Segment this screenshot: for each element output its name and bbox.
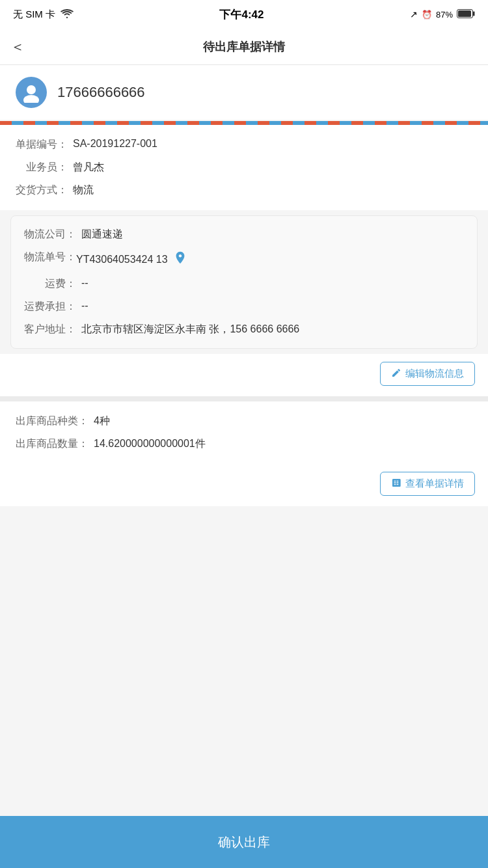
freight-value: -- (81, 277, 464, 289)
delivery-method-label: 交货方式： (16, 183, 68, 197)
doc-number-row: 单据编号： SA-20191227-001 (16, 138, 472, 152)
freight-bearer-label: 运费承担： (24, 300, 76, 314)
time: 下午4:42 (219, 7, 264, 22)
edit-action-row: 编辑物流信息 (0, 354, 488, 396)
edit-icon (391, 368, 401, 380)
doc-info-section: 单据编号： SA-20191227-001 业务员： 曾凡杰 交货方式： 物流 (0, 125, 488, 210)
page-title: 待出库单据详情 (203, 39, 285, 55)
product-types-row: 出库商品种类： 4种 (16, 414, 472, 428)
address-row: 客户地址： 北京市市辖区海淀区永丰南 张，156 6666 6666 (24, 323, 464, 336)
freight-bearer-row: 运费承担： -- (24, 300, 464, 314)
battery-text: 87% (436, 10, 453, 20)
user-phone: 17666666666 (57, 84, 145, 101)
confirm-btn-area[interactable]: 确认出库 (0, 816, 488, 868)
delivery-method-row: 交货方式： 物流 (16, 183, 472, 197)
address-label: 客户地址： (24, 323, 76, 336)
product-quantity-row: 出库商品数量： 14.620000000000001件 (16, 437, 472, 451)
svg-point-4 (23, 95, 39, 103)
svg-rect-1 (473, 11, 475, 16)
back-button[interactable]: ＜ (10, 37, 25, 57)
sales-person-value: 曾凡杰 (73, 161, 472, 174)
stats-section: 出库商品种类： 4种 出库商品数量： 14.620000000000001件 (0, 401, 488, 464)
tracking-number-value: YT43064053424 13 (76, 254, 168, 265)
delivery-method-value: 物流 (73, 183, 472, 197)
section-divider-1 (0, 396, 488, 401)
confirm-button-label: 确认出库 (218, 834, 270, 851)
wifi-icon (61, 9, 74, 20)
svg-point-3 (27, 85, 36, 94)
product-quantity-value: 14.620000000000001件 (94, 437, 206, 451)
battery-icon (457, 9, 475, 20)
nav-bar: ＜ 待出库单据详情 (0, 29, 488, 65)
user-header: 17666666666 (0, 65, 488, 120)
view-icon (391, 478, 401, 490)
freight-row: 运费： -- (24, 277, 464, 291)
location-arrow-icon: ↗ (410, 9, 418, 20)
sales-person-label: 业务员： (16, 161, 68, 174)
tracking-label: 物流单号： (24, 251, 76, 264)
doc-number-value: SA-20191227-001 (73, 138, 472, 150)
edit-button-label: 编辑物流信息 (405, 368, 464, 380)
avatar (16, 77, 47, 108)
status-left: 无 SIM 卡 (13, 8, 74, 21)
view-details-button[interactable]: 查看单据详情 (380, 472, 475, 496)
edit-logistics-button[interactable]: 编辑物流信息 (380, 362, 475, 386)
logistics-company-label: 物流公司： (24, 228, 76, 241)
bottom-spacer (0, 506, 488, 623)
product-quantity-label: 出库商品数量： (16, 437, 88, 451)
status-right: ↗ ⏰ 87% (410, 9, 475, 20)
doc-number-label: 单据编号： (16, 138, 68, 152)
tracking-number-container: YT43064053424 13 (76, 251, 187, 268)
freight-bearer-value: -- (81, 300, 464, 312)
product-types-value: 4种 (94, 414, 110, 428)
address-value: 北京市市辖区海淀区永丰南 张，156 6666 6666 (81, 323, 464, 336)
logistics-card: 物流公司： 圆通速递 物流单号： YT43064053424 13 运费： --… (10, 215, 478, 349)
product-types-label: 出库商品种类： (16, 414, 88, 428)
logistics-company-value: 圆通速递 (81, 228, 464, 241)
main-content: 17666666666 单据编号： SA-20191227-001 业务员： 曾… (0, 65, 488, 688)
sim-text: 无 SIM 卡 (13, 8, 55, 21)
tracking-row: 物流单号： YT43064053424 13 (24, 251, 464, 268)
status-bar: 无 SIM 卡 下午4:42 ↗ ⏰ 87% (0, 0, 488, 29)
logistics-company-row: 物流公司： 圆通速递 (24, 228, 464, 241)
svg-rect-2 (458, 10, 471, 17)
view-button-label: 查看单据详情 (405, 478, 464, 490)
tracking-location-icon[interactable] (173, 251, 187, 268)
alarm-icon: ⏰ (422, 10, 432, 20)
view-details-row: 查看单据详情 (0, 464, 488, 506)
freight-label: 运费： (24, 277, 76, 291)
sales-person-row: 业务员： 曾凡杰 (16, 161, 472, 174)
